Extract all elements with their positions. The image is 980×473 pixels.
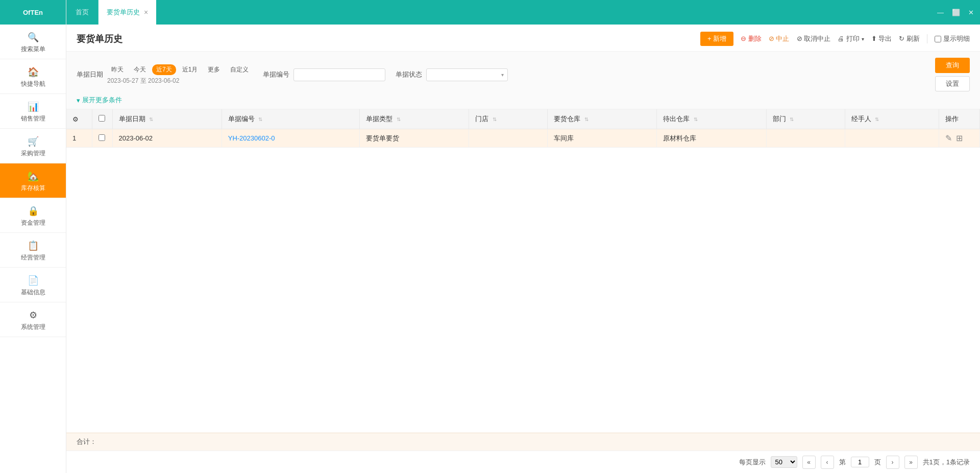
cell-store [469,129,548,148]
cell-index: 1 [66,129,92,148]
settings-icon[interactable]: ⚙ [72,115,79,123]
per-page-select[interactable]: 10 20 50 100 [771,456,797,468]
tab-home[interactable]: 首页 [66,0,99,25]
gear-icon: ⚙ [29,310,37,321]
cell-department [766,129,845,148]
doc-status-filter-group: 单据状态 ▾ [396,68,508,81]
table-footer: 合计： [66,433,980,451]
maximize-btn[interactable]: ⬜ [952,9,960,16]
date-btn-more[interactable]: 更多 [204,64,224,75]
filter-area: 单据日期 昨天 今天 近7天 近1月 更多 自定义 2023-05-27 至 2… [66,52,980,109]
row-checkbox[interactable] [99,134,105,141]
date-btn-group: 昨天 今天 近7天 近1月 更多 自定义 [107,64,253,75]
sidebar-item-sales[interactable]: 📊 销售管理 [0,94,66,129]
topbar-right: — ⬜ ✕ [937,9,980,16]
cell-doc-type: 要货单要货 [359,129,469,148]
doc-number-input[interactable] [293,68,385,81]
date-btn-last7days[interactable]: 近7天 [152,64,176,75]
page-header: 要货单历史 + 新增 ⊖ 删除 ⊘ 中止 ⊘ 取消中止 🖨 打印 ▾ ⬆ 导出 … [66,25,980,52]
select-all-checkbox[interactable] [99,115,105,122]
col-checkbox [92,109,112,129]
doc-status-select-wrapper: ▾ [426,68,508,81]
col-department[interactable]: 部门 ⇅ [766,109,845,129]
doc-number-label: 单据编号 [263,70,289,79]
col-index: ⚙ [66,109,92,129]
sidebar-item-search-menu[interactable]: 🔍 搜索菜单 [0,25,66,59]
print-button[interactable]: 🖨 打印 ▾ [838,34,864,43]
date-buttons: 昨天 今天 近7天 近1月 更多 自定义 2023-05-27 至 2023-0… [107,64,253,85]
sidebar-item-basic[interactable]: 📄 基础信息 [0,268,66,302]
sort-handler-icon: ⇅ [875,116,879,122]
query-button[interactable]: 查询 [935,58,970,73]
stop-button[interactable]: ⊘ 中止 [769,34,790,43]
cell-req-warehouse: 车间库 [548,129,657,148]
table-header-row: ⚙ 单据日期 ⇅ 单据编号 ⇅ [66,109,980,129]
next-page-btn[interactable]: › [886,456,899,469]
chevron-down-icon: ▾ [77,97,80,104]
data-table: ⚙ 单据日期 ⇅ 单据编号 ⇅ [66,109,980,148]
col-doc-date[interactable]: 单据日期 ⇅ [112,109,222,129]
edit-action-icon[interactable]: ✎ [945,133,952,143]
refresh-button[interactable]: ↻ 刷新 [899,34,920,43]
col-req-warehouse[interactable]: 要货仓库 ⇅ [548,109,657,129]
copy-action-icon[interactable]: ⊞ [956,133,963,143]
page-label-end: 页 [874,458,881,467]
cell-pending-warehouse: 原材料仓库 [657,129,766,148]
expand-more-btn[interactable]: ▾ 展开更多条件 [77,96,970,105]
minimize-btn[interactable]: — [937,9,944,16]
col-pending-warehouse[interactable]: 待出仓库 ⇅ [657,109,766,129]
cell-actions: ✎ ⊞ [939,129,980,148]
sidebar-item-operation[interactable]: 📋 经营管理 [0,233,66,268]
prev-page-btn[interactable]: ‹ [821,456,834,469]
sort-department-icon: ⇅ [790,116,794,122]
cell-handler [845,129,939,148]
tab-close-icon[interactable]: × [144,9,148,16]
col-actions: 操作 [939,109,980,129]
export-button[interactable]: ⬆ 导出 [871,34,892,43]
doc-number-filter-group: 单据编号 [263,68,385,81]
table-row: 1 2023-06-02 YH-20230602-0 要货单要货 [66,129,980,148]
col-handler[interactable]: 经手人 ⇅ [845,109,939,129]
cart-icon: 🛒 [28,136,39,147]
sidebar-item-purchase[interactable]: 🛒 采购管理 [0,129,66,163]
clipboard-icon: 📋 [28,240,39,251]
sidebar-item-quick-nav[interactable]: 🏠 快捷导航 [0,59,66,94]
page-label: 第 [839,458,846,467]
date-btn-today[interactable]: 今天 [130,64,150,75]
pagination: 每页显示 10 20 50 100 « ‹ 第 页 › » 共1页，1条记录 [66,451,980,473]
show-detail-checkbox[interactable] [935,36,941,42]
per-page-label: 每页显示 [739,458,766,467]
doc-number-link[interactable]: YH-20230602-0 [228,134,275,142]
col-store[interactable]: 门店 ⇅ [469,109,548,129]
table-body: 1 2023-06-02 YH-20230602-0 要货单要货 [66,129,980,148]
date-btn-custom[interactable]: 自定义 [226,64,253,75]
new-button[interactable]: + 新增 [700,32,733,46]
topbar: 首页 要货单历史 × — ⬜ ✕ [66,0,980,25]
cell-checkbox [92,129,112,148]
page-number-input[interactable] [851,457,869,467]
sidebar-item-inventory[interactable]: 🏡 库存核算 [0,163,66,198]
col-doc-number[interactable]: 单据编号 ⇅ [222,109,359,129]
sidebar-item-finance[interactable]: 🔒 资金管理 [0,198,66,233]
sidebar-item-system[interactable]: ⚙ 系统管理 [0,302,66,337]
date-btn-yesterday[interactable]: 昨天 [107,64,128,75]
cancel-stop-button[interactable]: ⊘ 取消中止 [797,34,831,43]
col-doc-type[interactable]: 单据类型 ⇅ [359,109,469,129]
cell-doc-number: YH-20230602-0 [222,129,359,148]
last-page-btn[interactable]: » [904,456,918,469]
cell-doc-date: 2023-06-02 [112,129,222,148]
tab-requisition-history[interactable]: 要货单历史 × [99,0,156,25]
lock-icon: 🔒 [28,205,39,217]
close-btn[interactable]: ✕ [968,9,974,16]
date-btn-last1month[interactable]: 近1月 [178,64,202,75]
delete-button[interactable]: ⊖ 删除 [741,34,762,43]
setting-button[interactable]: 设置 [935,76,970,91]
filter-row: 单据日期 昨天 今天 近7天 近1月 更多 自定义 2023-05-27 至 2… [77,58,970,91]
show-detail-toggle[interactable]: 显示明细 [935,34,970,43]
house-icon: 🏡 [28,171,39,182]
first-page-btn[interactable]: « [802,456,816,469]
doc-status-select[interactable] [426,68,508,81]
search-icon: 🔍 [28,32,39,43]
table-container: ⚙ 单据日期 ⇅ 单据编号 ⇅ [66,109,980,433]
sort-doc-type-icon: ⇅ [397,116,401,122]
